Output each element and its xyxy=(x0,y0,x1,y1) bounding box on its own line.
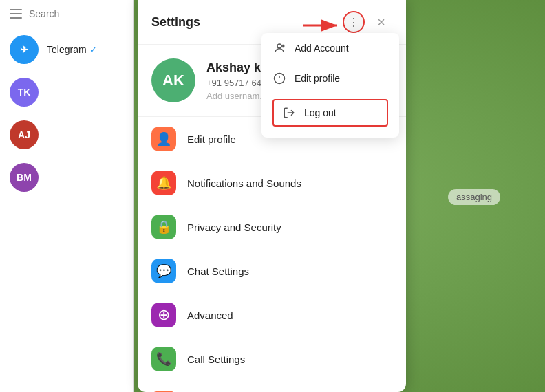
settings-item-chat[interactable]: 💬 Chat Settings xyxy=(138,249,406,293)
search-input[interactable] xyxy=(29,8,149,19)
profile-phone: +91 95717 64... xyxy=(206,78,269,88)
profile-name: Akshay ku xyxy=(206,61,269,75)
settings-label-privacy: Privacy and Security xyxy=(187,221,392,233)
settings-list: 👤 Edit profile 🔔 Notifications and Sound… xyxy=(138,117,406,392)
settings-item-privacy[interactable]: 🔒 Privacy and Security xyxy=(138,205,406,249)
add-account-label: Add Account xyxy=(295,43,349,54)
advanced-icon: ⊕ xyxy=(151,303,176,327)
edit-profile-menu-label: Edit profile xyxy=(295,73,340,84)
messaging-badge: assaging xyxy=(448,189,500,205)
settings-item-call[interactable]: 📞 Call Settings xyxy=(138,337,406,381)
hamburger-button[interactable] xyxy=(10,9,22,19)
modal-title: Settings xyxy=(151,15,200,30)
settings-item-notifications[interactable]: 🔔 Notifications and Sounds xyxy=(138,161,406,205)
contact-name-telegram: Telegram ✓ xyxy=(47,44,97,55)
profile-avatar: AK xyxy=(151,58,195,102)
dropdown-menu: Add Account Edit profile xyxy=(261,33,399,138)
notifications-icon: 🔔 xyxy=(151,171,176,195)
avatar-tk: TK xyxy=(10,78,39,107)
dropdown-logout[interactable]: Log out xyxy=(272,99,388,127)
chat-settings-icon: 💬 xyxy=(151,259,176,283)
avatar-bm: BM xyxy=(10,163,39,192)
logout-icon xyxy=(282,106,296,120)
settings-label-chat: Chat Settings xyxy=(187,265,392,277)
contact-tk[interactable]: TK xyxy=(0,71,133,113)
logout-wrapper: Log out xyxy=(261,94,399,138)
modal-actions: ⋮ × xyxy=(343,11,392,33)
settings-item-advanced[interactable]: ⊕ Advanced xyxy=(138,293,406,337)
more-options-button[interactable]: ⋮ xyxy=(343,11,365,33)
contact-bm[interactable]: BM xyxy=(0,156,133,199)
contacts-list: ✈ Telegram ✓ TK AJ BM xyxy=(0,28,133,199)
settings-modal: Settings ⋮ × AK Akshay ku +91 95717 64..… xyxy=(138,0,406,392)
arrow-annotation xyxy=(303,15,344,36)
dropdown-add-account[interactable]: Add Account xyxy=(261,33,399,63)
settings-item-battery[interactable]: ⚡ Battery and Animations xyxy=(138,381,406,392)
logout-label: Log out xyxy=(304,107,336,118)
avatar-telegram: ✈ xyxy=(10,35,39,64)
badge-text: assaging xyxy=(456,192,492,202)
contact-telegram[interactable]: ✈ Telegram ✓ xyxy=(0,28,133,71)
sidebar-header xyxy=(0,0,133,28)
edit-profile-icon: 👤 xyxy=(151,127,176,151)
dropdown-edit-profile[interactable]: Edit profile xyxy=(261,63,399,94)
profile-info: Akshay ku +91 95717 64... Add usernam... xyxy=(206,61,269,101)
profile-username: Add usernam... xyxy=(206,91,269,101)
edit-profile-menu-icon xyxy=(272,72,286,85)
contact-aj[interactable]: AJ xyxy=(0,113,133,156)
call-settings-icon: 📞 xyxy=(151,347,176,371)
settings-label-notifications: Notifications and Sounds xyxy=(187,177,392,189)
verified-badge: ✓ xyxy=(89,45,97,55)
settings-label-call: Call Settings xyxy=(187,353,392,365)
settings-label-advanced: Advanced xyxy=(187,309,392,321)
close-button[interactable]: × xyxy=(370,11,392,33)
svg-point-2 xyxy=(277,44,281,48)
privacy-icon: 🔒 xyxy=(151,215,176,239)
avatar-aj: AJ xyxy=(10,120,39,149)
red-arrow-icon xyxy=(303,15,344,36)
add-account-icon xyxy=(272,41,286,55)
sidebar: ✈ Telegram ✓ TK AJ BM xyxy=(0,0,134,392)
